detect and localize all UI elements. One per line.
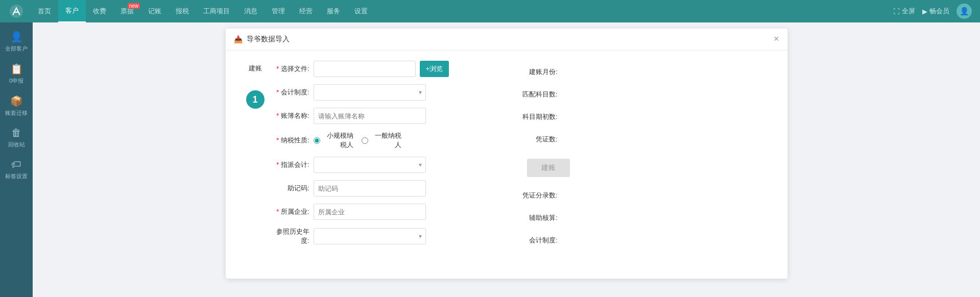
match-subject-label: 匹配科目数: [512,90,558,99]
logo [5,0,28,22]
main-layout: 👤 全部客户 📋 0申报 📦 账套迁移 🗑 回收站 🏷 标签设置 📥 导爷数据导… [0,22,980,297]
accounting-label: 会计制度: [270,88,309,97]
sidebar-item-all-clients[interactable]: 👤 全部客户 [0,27,33,57]
form-row-accounting: 会计制度: [270,84,449,101]
file-label: 选择文件: [270,64,309,73]
form-row-history: 参照历史年度: [270,227,449,245]
ledger-name-input[interactable] [314,108,426,124]
nav-item-billing[interactable]: 收费 [86,0,113,22]
dialog: 📥 导爷数据导入 × 建账 1 选择文件: [226,29,787,279]
accountant-select[interactable] [314,157,426,173]
declaration-icon: 📋 [10,63,23,75]
jianzhang-label: 建账 [249,64,262,73]
nav-items: 首页 客户 收费 票据 new 记账 报税 工商项目 消息 管理 经营 [31,0,893,22]
sidebar-item-migration[interactable]: 📦 账套迁移 [0,91,33,121]
nav-item-service[interactable]: 服务 [320,0,347,22]
info-row-accounting2: 会计制度: [512,231,777,250]
accounting-select-wrap [314,84,426,101]
voucher-label: 凭证数: [512,135,558,144]
form-section-left: 建账 1 选择文件: +浏览 会计制度: [246,61,491,254]
form-row-tax: 纳税性质: 小规模纳税人 一般纳税人 [270,131,449,150]
tag-settings-icon: 🏷 [11,159,21,170]
dialog-header: 📥 导爷数据导入 × [226,29,787,51]
avatar-icon: 👤 [960,7,969,16]
vip-button[interactable]: ▶ 畅会员 [922,7,949,16]
svg-point-0 [10,5,23,18]
nav-item-home[interactable]: 首页 [31,0,58,22]
vip-icon: ▶ [922,8,927,15]
memo-label: 助记码: [270,184,309,193]
info-row-match-subject: 匹配科目数: [512,85,777,104]
file-input[interactable] [314,61,416,77]
form-row-file: 选择文件: +浏览 [270,61,449,77]
import-icon: 📥 [234,35,243,43]
form-row-company: 所属企业: [270,204,449,220]
nav-right: ⛶ 全屏 ▶ 畅会员 👤 [893,4,980,19]
form-row-memo: 助记码: [270,180,449,196]
nav-item-ledger[interactable]: 记账 [141,0,169,22]
voucher-entry-label: 凭证分录数: [512,191,558,200]
company-input[interactable] [314,204,426,220]
browse-button[interactable]: +浏览 [420,61,449,77]
nav-item-operation[interactable]: 经营 [292,0,320,22]
fullscreen-icon: ⛶ [893,8,900,15]
nav-item-invoice[interactable]: 票据 new [113,0,141,22]
accountant-label: 指派会计: [270,160,309,169]
sidebar-item-tag-settings[interactable]: 🏷 标签设置 [0,155,33,184]
top-nav: 首页 客户 收费 票据 new 记账 报税 工商项目 消息 管理 经营 [0,0,980,22]
nav-item-tax[interactable]: 报税 [169,0,196,22]
radio-group-tax: 小规模纳税人 一般纳税人 [314,131,401,150]
sidebar: 👤 全部客户 📋 0申报 📦 账套迁移 🗑 回收站 🏷 标签设置 [0,22,33,297]
form-grid: 选择文件: +浏览 会计制度: [270,61,449,245]
info-row-build-month: 建账月份: [512,63,777,81]
nav-item-management[interactable]: 管理 [265,0,292,22]
history-label: 参照历史年度: [270,227,309,245]
tax-label: 纳税性质: [270,136,309,145]
nav-item-business[interactable]: 工商项目 [196,0,237,22]
form-row-ledger: 账簿名称: [270,108,449,124]
nav-item-settings[interactable]: 设置 [347,0,375,22]
build-month-label: 建账月份: [512,67,558,77]
ledger-label: 账簿名称: [270,111,309,120]
close-button[interactable]: × [774,34,779,44]
accounting-select[interactable] [314,84,426,101]
aux-calc-label: 辅助核算: [512,213,558,222]
form-section-right: 建账月份: 匹配科目数: 科目期初数: 凭证数: [491,61,777,254]
company-label: 所属企业: [270,207,309,216]
build-button[interactable]: 建账 [527,159,570,177]
avatar[interactable]: 👤 [957,4,972,19]
migration-icon: 📦 [10,95,23,107]
step-badge: 1 [246,90,265,109]
history-select-wrap [314,228,426,244]
info-row-voucher-entry: 凭证分录数: [512,186,777,205]
radio-general-taxpayer[interactable]: 一般纳税人 [362,131,401,150]
accounting2-label: 会计制度: [512,236,558,245]
sidebar-item-declaration[interactable]: 📋 0申报 [0,59,33,89]
form-row-accountant: 指派会计: [270,157,449,173]
radio-small-input[interactable] [314,137,320,144]
history-select[interactable] [314,228,426,244]
nav-item-message[interactable]: 消息 [237,0,265,22]
fullscreen-button[interactable]: ⛶ 全屏 [893,7,915,16]
all-clients-icon: 👤 [10,31,23,43]
radio-small-taxpayer[interactable]: 小规模纳税人 [314,131,353,150]
memo-code-input[interactable] [314,180,426,196]
new-badge: new [128,3,140,9]
content-area: 📥 导爷数据导入 × 建账 1 选择文件: [33,22,980,297]
subject-initial-label: 科目期初数: [512,112,558,121]
info-row-aux-calc: 辅助核算: [512,209,777,227]
recycle-icon: 🗑 [11,127,21,139]
dialog-title: 导爷数据导入 [247,35,290,44]
sidebar-item-recycle[interactable]: 🗑 回收站 [0,123,33,153]
accountant-select-wrap [314,157,426,173]
info-row-subject-initial: 科目期初数: [512,108,777,126]
nav-item-client[interactable]: 客户 [58,0,86,22]
dialog-body: 建账 1 选择文件: +浏览 会计制度: [226,51,787,264]
info-row-voucher: 凭证数: [512,130,777,148]
radio-general-input[interactable] [362,137,368,144]
